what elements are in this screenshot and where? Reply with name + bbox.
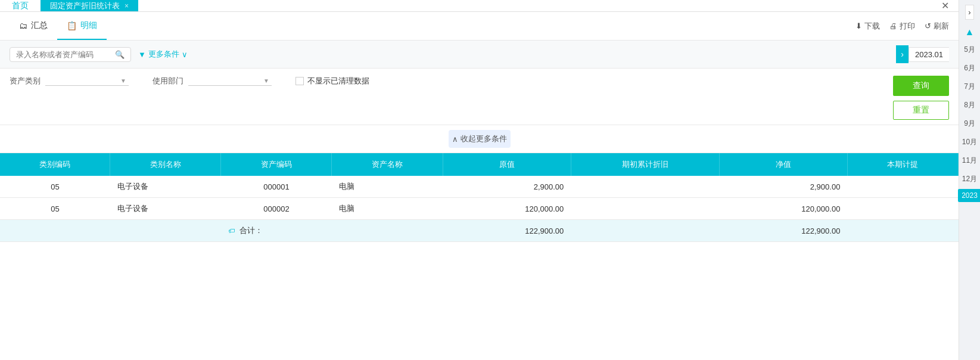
hide-cleared-label: 不显示已清理数据 <box>307 76 369 86</box>
department-select[interactable]: ▼ <box>188 76 272 86</box>
search-area: 🔍 ▼ 更多条件 ∨ › 2023.01 <box>0 41 959 69</box>
col-header-category-code: 类别编码 <box>0 153 110 176</box>
sidebar-month-6[interactable]: 6月 <box>964 60 975 77</box>
toolbar-actions: ⬇ 下载 🖨 打印 ↺ 刷新 <box>855 21 949 32</box>
row1-original-value: 2,900.00 <box>443 176 571 198</box>
collapse-conditions-button[interactable]: ∧ 收起更多条件 <box>449 130 511 148</box>
category-filter-group: 资产类别 ▼ <box>10 76 129 86</box>
col-header-asset-code: 资产编码 <box>221 153 332 176</box>
department-dropdown-icon: ▼ <box>263 77 269 84</box>
department-filter-group: 使用部门 ▼ <box>153 76 272 86</box>
refresh-label: 刷新 <box>934 21 949 32</box>
row2-asset-code: 000002 <box>221 198 332 220</box>
print-icon: 🖨 <box>889 21 897 30</box>
col-header-asset-name: 资产名称 <box>332 153 443 176</box>
collapse-conditions-label: 收起更多条件 <box>461 134 507 144</box>
toolbar: 🗂 汇总 📋 明细 ⬇ 下载 🖨 打印 ↺ 刷新 <box>0 12 959 41</box>
search-icon[interactable]: 🔍 <box>115 50 125 59</box>
row1-asset-name: 电脑 <box>332 176 443 198</box>
active-tab-label: 固定资产折旧统计表 <box>50 1 120 11</box>
total-label-text: 合计： <box>239 226 263 235</box>
sidebar-month-12[interactable]: 12月 <box>962 170 977 188</box>
table-row: 05 电子设备 000002 电脑 120,000.00 120,000.00 <box>0 198 959 220</box>
tab-detail[interactable]: 📋 明细 <box>57 12 107 40</box>
home-tab[interactable]: 首页 <box>0 0 41 11</box>
search-input[interactable] <box>16 50 111 59</box>
download-button[interactable]: ⬇ 下载 <box>855 21 880 32</box>
row1-accum-depreciation <box>571 176 719 198</box>
hide-cleared-checkbox[interactable] <box>295 77 304 85</box>
col-header-current-period: 本期计提 <box>847 153 958 176</box>
col-header-original-value: 原值 <box>443 153 571 176</box>
table-row: 05 电子设备 000001 电脑 2,900.00 2,900.00 <box>0 176 959 198</box>
sidebar-year-2023[interactable]: 2023 <box>958 189 980 202</box>
active-tab[interactable]: 固定资产折旧统计表 × <box>41 0 138 11</box>
tab-summary-label: 汇总 <box>31 20 48 31</box>
total-empty1 <box>0 220 110 242</box>
col-header-category-name: 类别名称 <box>110 153 221 176</box>
search-input-wrap: 🔍 <box>10 47 131 62</box>
reset-button[interactable]: 重置 <box>893 101 949 120</box>
chevron-down-icon: ∨ <box>182 50 188 59</box>
total-current-period <box>847 220 958 242</box>
row2-asset-name: 电脑 <box>332 198 443 220</box>
row1-category-code: 05 <box>0 176 110 198</box>
filter-icon: ▼ <box>138 50 146 59</box>
row2-original-value: 120,000.00 <box>443 198 571 220</box>
download-icon: ⬇ <box>855 21 862 30</box>
row2-accum-depreciation <box>571 198 719 220</box>
right-sidebar: › ▲ 5月 6月 7月 8月 9月 10月 11月 12月 2023 <box>959 0 980 360</box>
row2-category-code: 05 <box>0 198 110 220</box>
sidebar-month-8[interactable]: 8月 <box>964 97 975 114</box>
tab-close-icon[interactable]: × <box>125 2 129 10</box>
refresh-button[interactable]: ↺ 刷新 <box>925 21 949 32</box>
table-header-row: 类别编码 类别名称 资产编码 资产名称 原值 期初累计折旧 净值 本期计提 <box>0 153 959 176</box>
total-icon: 🏷 <box>228 227 235 234</box>
total-label: 🏷 合计： <box>221 220 443 242</box>
hide-cleared-group: 不显示已清理数据 <box>295 76 369 86</box>
category-filter-label: 资产类别 <box>10 76 41 86</box>
table-total-row: 🏷 合计： 122,900.00 122,900.00 <box>0 220 959 242</box>
sidebar-month-7[interactable]: 7月 <box>964 78 975 95</box>
row1-net-value: 2,900.00 <box>719 176 847 198</box>
date-display: 2023.01 <box>909 47 949 62</box>
table-wrap: 类别编码 类别名称 资产编码 资产名称 原值 期初累计折旧 净值 本期计提 05… <box>0 153 959 360</box>
row2-net-value: 120,000.00 <box>719 198 847 220</box>
more-conditions-button[interactable]: ▼ 更多条件 ∨ <box>138 49 188 60</box>
collapse-up-icon: ∧ <box>452 135 458 144</box>
filter-area: 资产类别 ▼ 使用部门 ▼ 不显示已清理数据 查询 重置 <box>0 69 959 125</box>
sidebar-month-10[interactable]: 10月 <box>962 134 977 151</box>
refresh-icon: ↺ <box>925 21 931 30</box>
sidebar-month-9[interactable]: 9月 <box>964 115 975 132</box>
category-select[interactable]: ▼ <box>45 76 129 86</box>
department-filter-label: 使用部门 <box>153 76 183 86</box>
col-header-accum-depreciation: 期初累计折旧 <box>571 153 719 176</box>
query-button[interactable]: 查询 <box>893 76 949 96</box>
row1-category-name: 电子设备 <box>110 176 221 198</box>
col-header-net-value: 净值 <box>719 153 847 176</box>
print-button[interactable]: 🖨 打印 <box>889 21 915 32</box>
total-original-value: 122,900.00 <box>443 220 571 242</box>
sidebar-scroll-up[interactable]: ▲ <box>963 24 977 40</box>
row2-category-name: 电子设备 <box>110 198 221 220</box>
detail-icon: 📋 <box>67 21 77 30</box>
total-net-value: 122,900.00 <box>719 220 847 242</box>
summary-icon: 🗂 <box>19 21 27 30</box>
sidebar-month-5[interactable]: 5月 <box>964 41 975 58</box>
row1-current-period <box>847 176 958 198</box>
window-close-button[interactable]: ✕ <box>932 0 959 11</box>
sidebar-month-11[interactable]: 11月 <box>962 152 977 169</box>
total-empty2 <box>110 220 221 242</box>
row1-asset-code: 000001 <box>221 176 332 198</box>
sidebar-collapse-button[interactable]: › <box>965 5 973 20</box>
tab-summary[interactable]: 🗂 汇总 <box>10 12 57 40</box>
more-conditions-label: 更多条件 <box>148 49 179 60</box>
download-label: 下载 <box>864 21 880 32</box>
row2-current-period <box>847 198 958 220</box>
date-nav-arrow[interactable]: › <box>896 45 909 63</box>
total-accum-depreciation <box>571 220 719 242</box>
category-dropdown-icon: ▼ <box>120 77 126 84</box>
print-label: 打印 <box>900 21 915 32</box>
tab-detail-label: 明细 <box>80 20 97 31</box>
filter-actions: 查询 重置 <box>893 76 949 120</box>
